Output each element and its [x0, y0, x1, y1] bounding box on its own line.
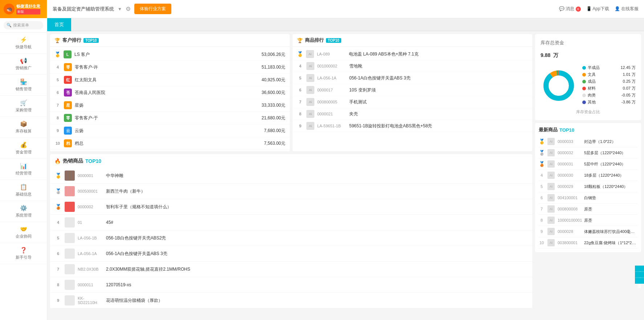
- product-thumbnail: [65, 280, 75, 290]
- list-item: 9 Ai 0000028 体嫩荔枝味苏打饮品400毫升（1*15）: [539, 226, 637, 237]
- center-panels: 🏆 客户排行 TOP10 🥇 L LS 客户 53,006.26元 4: [47, 31, 535, 320]
- rank-num: 7: [297, 100, 303, 104]
- product-name: 原垄: [584, 206, 637, 212]
- product-thumbnail: Ai: [547, 217, 555, 224]
- product-thumbnail: Ai: [547, 183, 555, 190]
- sidebar-item-operation[interactable]: 📊 经营管理: [0, 159, 47, 180]
- search-bar[interactable]: 🔍 搜索菜单: [4, 21, 43, 29]
- messages-item[interactable]: 💬 消息 6: [559, 6, 581, 12]
- product-code: KK-SD22110H: [78, 296, 103, 305]
- product-ranking-list: 🥇 Ai LA-089 电池盖 LA-089 ABS本色+黑种 7.1克 4 A…: [293, 47, 532, 134]
- legend-label: 成品: [588, 79, 621, 84]
- list-item: 8 0000011 12070519-xs: [50, 277, 532, 293]
- product-thumbnail: Ai: [306, 62, 314, 70]
- sidebar-item-label: 采购管理: [16, 107, 32, 113]
- table-row: 5 红 红太阳文具 40,925.00元: [50, 74, 290, 86]
- sidebar-item-label: 库存核算: [16, 128, 32, 134]
- customer-top10-badge: TOP10: [83, 38, 99, 43]
- sidebar-item-marketing[interactable]: 📢 营销推广: [0, 54, 47, 75]
- marketing-icon: 📢: [20, 57, 27, 64]
- legend-label: 文具: [588, 72, 621, 77]
- sidebar-item-enterprise[interactable]: 🤝 企业协同: [0, 222, 47, 243]
- product-thumbnail: [65, 202, 75, 212]
- product-name: 59651-1B旋转投影灯电池盒ABS黑色+58壳: [349, 123, 528, 129]
- topbar-right: 💬 消息 6 📱 App下载 👤 在线客服: [559, 6, 639, 12]
- legend-value: 0.07 万: [623, 86, 636, 91]
- service-community-btn[interactable]: 服务社区: [635, 272, 644, 278]
- customer-ranking-header: 🏆 客户排行 TOP10: [50, 34, 290, 47]
- product-name: 体嫩荔枝味苏打饮品400毫升（1*15）: [584, 229, 637, 234]
- system-icon: ⚙️: [20, 205, 27, 212]
- page-content: 🏆 客户排行 TOP10 🥇 L LS 客户 53,006.26元 4: [47, 31, 644, 320]
- service-live-btn[interactable]: 直播: [635, 278, 644, 284]
- dropdown-icon[interactable]: ▼: [118, 7, 122, 12]
- sidebar-item-finance[interactable]: 💰 资金管理: [0, 138, 47, 159]
- list-item: 9 KK-SD22110H 花语萌恒温分牍桶袋（厚款）: [50, 293, 532, 308]
- product-thumbnail: Ai: [547, 228, 555, 235]
- product-thumbnail: Ai: [306, 122, 314, 130]
- sidebar-item-sales[interactable]: 🏪 销售管理: [0, 75, 47, 96]
- rank-num: 5: [54, 234, 62, 242]
- product-code: 0000017: [317, 88, 346, 92]
- product-code: 0000001: [78, 173, 103, 178]
- right-panel: 库存总资金 9.88 万: [535, 31, 644, 320]
- table-row: 4 Ai 001000002 雪地靴: [293, 60, 532, 72]
- sidebar-item-purchase[interactable]: 🛒 采购管理: [0, 96, 47, 117]
- medal-icon: 🥇: [297, 51, 303, 57]
- trial-button[interactable]: 体验行业方案: [134, 4, 171, 14]
- quick-icon: ⚡: [20, 36, 27, 43]
- table-row: 5 Ai LA-056-1A 056-1A白色按键开关盖ABS 3壳: [293, 72, 532, 84]
- customer-name: 云扬: [75, 128, 261, 134]
- settings-icon[interactable]: ⚙: [126, 5, 131, 12]
- sidebar-item-quick[interactable]: ⚡ 快捷导航: [0, 33, 47, 54]
- avatar: L: [64, 50, 72, 58]
- avatar: 苍: [64, 89, 72, 97]
- legend-value: 12.45 万: [620, 65, 636, 70]
- sidebar-item-inventory[interactable]: 📦 库存核算: [0, 117, 47, 138]
- rank-num: 4: [539, 173, 545, 177]
- rank-num: 10: [54, 140, 61, 147]
- product-code: 01: [78, 220, 103, 225]
- product-thumbnail: Ai: [547, 239, 555, 246]
- rank-num: 9: [54, 127, 61, 134]
- service-hotline-btn[interactable]: 客服热线: [635, 266, 644, 272]
- rank-num: 8: [297, 112, 303, 116]
- purchase-icon: 🛒: [20, 99, 27, 106]
- float-service: 客服热线 服务社区 直播: [635, 266, 644, 284]
- guide-icon: ❓: [20, 247, 27, 254]
- inventory-number: 9.88: [541, 52, 550, 58]
- product-thumbnail: Ai: [306, 98, 314, 106]
- customer-value: 40,925.00元: [262, 77, 285, 83]
- product-code: 0000011: [78, 283, 103, 287]
- product-top10-badge: TOP10: [326, 38, 341, 43]
- legend-label: 半成品: [588, 65, 619, 70]
- product-thumbnail: [65, 295, 75, 305]
- sidebar-item-base[interactable]: 📋 基础信息: [0, 180, 47, 201]
- donut-section: 半成品 12.45 万 文具 1.01 万 成品 0.25 万: [541, 65, 636, 106]
- tab-home[interactable]: 首页: [47, 18, 71, 31]
- app-download-item[interactable]: 📱 App下载: [586, 6, 609, 12]
- customer-name: 零售客户-于: [75, 115, 259, 121]
- table-row: 8 Ai 0000021 夹壳: [293, 108, 532, 120]
- legend-dot: [582, 100, 586, 104]
- product-name: 电池盖 LA-089 ABS本色+黑种 7.1克: [349, 51, 528, 57]
- rank-num: 6: [297, 88, 303, 92]
- product-thumbnail: Ai: [306, 74, 314, 82]
- product-name: 5层中纤（1220*2440）: [584, 161, 637, 167]
- inventory-title: 库存总资金: [541, 40, 636, 46]
- medal-icon: 🥉: [54, 203, 62, 210]
- legend-item: 材料 0.07 万: [582, 86, 636, 91]
- operation-icon: 📊: [20, 163, 27, 169]
- online-service-item[interactable]: 👤 在线客服: [615, 6, 639, 12]
- table-row: 6 Ai 0000017 10S 变刹罗须: [293, 84, 532, 96]
- legend-value: -3.86 万: [621, 99, 636, 105]
- legend-dot: [582, 66, 586, 70]
- sidebar-item-system[interactable]: ⚙️ 系统管理: [0, 201, 47, 222]
- medal-icon: 🥇: [539, 139, 545, 144]
- list-item: 6 Ai 004100001 白钢垫: [539, 192, 637, 204]
- table-row: 🥇 Ai LA-089 电池盖 LA-089 ABS本色+黑种 7.1克: [293, 48, 532, 60]
- sidebar-item-guide[interactable]: ❓ 新手引导: [0, 243, 47, 264]
- product-thumbnail: Ai: [306, 50, 314, 58]
- inventory-icon: 📦: [20, 120, 27, 127]
- customer-value: 21,680.00元: [262, 115, 285, 121]
